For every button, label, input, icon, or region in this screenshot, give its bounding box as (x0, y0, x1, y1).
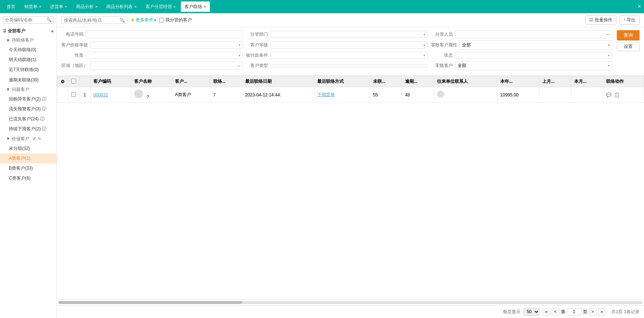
col-header-last-month[interactable]: 上月... (539, 76, 571, 87)
tab-product-analysis-list[interactable]: 商品分析列表 × (103, 1, 140, 12)
col-header-last-date[interactable]: 最后联络日期 (242, 76, 314, 87)
sidebar-item-tomorrow-pending[interactable]: 明天待联络(1) (0, 55, 57, 65)
chat-action-icon[interactable]: 💬 (606, 92, 612, 98)
sidebar-search-box[interactable]: 🔍 (3, 16, 54, 24)
tab-purchase-order[interactable]: 进货单 × (46, 1, 71, 12)
dept-select[interactable]: ▾ (270, 31, 427, 38)
row-last-date: 2023-04-12 14:44: (242, 87, 314, 103)
col-header-checkbox[interactable] (68, 76, 79, 87)
collapse-icon[interactable]: « (51, 29, 54, 34)
bottom-bar: 每页显示 50 « < 第 页 > » 共1页 1条记录 (57, 305, 644, 318)
col-header-last-method[interactable]: 最后联络方式 (314, 76, 370, 87)
settings-button[interactable]: 设置 (617, 42, 640, 51)
table-row: 1 000031 ？ A类客户 7 2023-04-12 14:44: 下销货单 (57, 87, 644, 103)
phone-input[interactable] (86, 30, 243, 38)
task-action-icon[interactable]: 📋 (614, 92, 620, 98)
refresh-icon[interactable]: ↺ (32, 137, 36, 141)
next-page-button[interactable]: > (589, 308, 597, 315)
phone-text-input[interactable] (88, 32, 240, 37)
sidebar-item-continuous-decline[interactable]: 持续下滑客户(2) ⓘ (0, 124, 57, 134)
close-sales-order[interactable]: × (39, 4, 41, 9)
tab-customer-segment[interactable]: 客户分层经营 × (142, 1, 179, 12)
my-customers-check[interactable] (159, 18, 164, 22)
sidebar-item-overdue-contact[interactable]: 逾期未联络(30) (0, 75, 57, 85)
tab-customer-contact[interactable]: 客户联络 × (181, 1, 210, 12)
col-header-num (79, 76, 90, 87)
sidebar-item-class-c[interactable]: C类客户(6) (0, 173, 57, 183)
sidebar-search-input[interactable] (5, 17, 46, 22)
filter-search-box[interactable]: 🔍 (61, 17, 128, 24)
select-all-checkbox[interactable] (71, 79, 76, 84)
tab-home[interactable]: 首页 (3, 1, 19, 12)
page-number-input[interactable] (567, 308, 582, 315)
scrollbar-thumb[interactable] (58, 301, 242, 304)
close-customer-contact[interactable]: × (204, 4, 206, 9)
sidebar-item-churn-warning[interactable]: 流失预警客户(3) ⓘ (0, 104, 57, 114)
col-header-name[interactable]: 客户名称 (131, 76, 172, 87)
horizontal-scrollbar[interactable] (57, 299, 644, 305)
retail-attr-select[interactable]: 全部 ▾ (459, 40, 612, 50)
row-last-method[interactable]: 下销货单 (314, 87, 370, 103)
close-product-analysis[interactable]: × (95, 4, 97, 9)
col-header-this-month[interactable]: 本月... (571, 76, 603, 87)
avatar (134, 89, 143, 98)
price-level-select[interactable]: ▾ (90, 42, 243, 49)
close-purchase-order[interactable]: × (65, 4, 67, 9)
prev-page-button[interactable]: < (552, 308, 559, 315)
col-header-settings[interactable]: ⚙ (57, 76, 68, 87)
sidebar-item-class-a[interactable]: A类客户(1) (0, 153, 57, 163)
sidebar-item-today-pending[interactable]: 今天待联络(0) (0, 45, 57, 55)
customer-level-select[interactable]: ▾ (270, 42, 427, 49)
col-header-overdue[interactable]: 逾期... (402, 76, 434, 87)
my-customers-checkbox[interactable]: 我分管的客户 (159, 17, 192, 23)
close-product-analysis-list[interactable]: × (134, 4, 136, 9)
region-input[interactable]: ··· (90, 62, 243, 70)
manager-input[interactable]: ··· (455, 30, 612, 38)
export-button[interactable]: ↑ 导出 (619, 15, 640, 25)
payment-select[interactable]: ▾ (270, 52, 427, 59)
sidebar-group-value[interactable]: ▼ 价值客户 ↺ ✎ (0, 134, 57, 144)
filter-price-level: 客户价格等级 ▾ (61, 42, 243, 49)
last-page-button[interactable]: » (598, 308, 606, 315)
sidebar-item-class-b[interactable]: B类客户(33) (0, 163, 57, 173)
filter-status: 状态 ▾ (431, 52, 612, 59)
sidebar-item-churned[interactable]: 已流失客户(24) ⓘ (0, 114, 57, 124)
close-customer-segment[interactable]: × (173, 4, 176, 9)
col-header-this-year[interactable]: 本年... (497, 76, 539, 87)
sidebar-item-7days-pending[interactable]: 近7天待联络(0) (0, 65, 57, 75)
info-icon-0: ⓘ (42, 96, 46, 102)
row-name[interactable]: ？ (131, 87, 172, 103)
col-header-type[interactable]: 客户... (172, 76, 210, 87)
close-window-button[interactable]: × (638, 3, 641, 10)
phone-label: 电话号码 (61, 31, 83, 38)
batch-operation-button[interactable]: ☑ 批量操作 (585, 15, 616, 25)
query-button[interactable]: 查询 (617, 30, 640, 40)
tab-sales-order[interactable]: 销货单 × (21, 1, 45, 12)
all-customers-header[interactable]: ⠿ 全部客户 « (0, 26, 57, 36)
edit-icon[interactable]: ✎ (38, 137, 41, 141)
sidebar-item-unclassified[interactable]: 未分组(32) (0, 144, 57, 153)
col-header-code[interactable]: 客户编码 (90, 76, 131, 87)
col-header-action: 联络动作 (603, 76, 644, 87)
row-select-checkbox[interactable] (71, 92, 76, 97)
retail-customer-select[interactable]: 全部 ▾ (455, 61, 612, 70)
row-checkbox[interactable] (68, 87, 79, 103)
row-this-year: 10995.00 (497, 87, 539, 103)
sidebar-group-problem[interactable]: ▼ 问题客户 (0, 85, 57, 94)
col-header-contact[interactable]: 联络... (210, 76, 242, 87)
nature-select[interactable]: ▾ (86, 52, 243, 59)
filter-search-input[interactable] (64, 18, 118, 23)
first-page-button[interactable]: « (543, 308, 550, 315)
total-records: 共1页 1条记录 (611, 309, 640, 315)
customer-type-input[interactable] (270, 64, 427, 67)
sidebar-group-pending[interactable]: ▼ 待联络客户 (0, 36, 57, 45)
row-code[interactable]: 000031 (90, 87, 131, 103)
col-header-no-contact[interactable]: 未联... (370, 76, 402, 87)
status-select[interactable]: ▾ (455, 52, 612, 59)
page-size-select[interactable]: 50 (523, 308, 540, 316)
more-conditions-button[interactable]: ▼ 更多条件 ▾ (130, 17, 156, 23)
sidebar-item-repurchase-abnormal[interactable]: 回购异常客户(2) ⓘ (0, 94, 57, 104)
col-header-company-contact[interactable]: 往来单位联系人 (434, 76, 497, 87)
tab-product-analysis[interactable]: 商品分析 × (72, 1, 101, 12)
dept-arrow-icon: ▾ (423, 32, 425, 36)
